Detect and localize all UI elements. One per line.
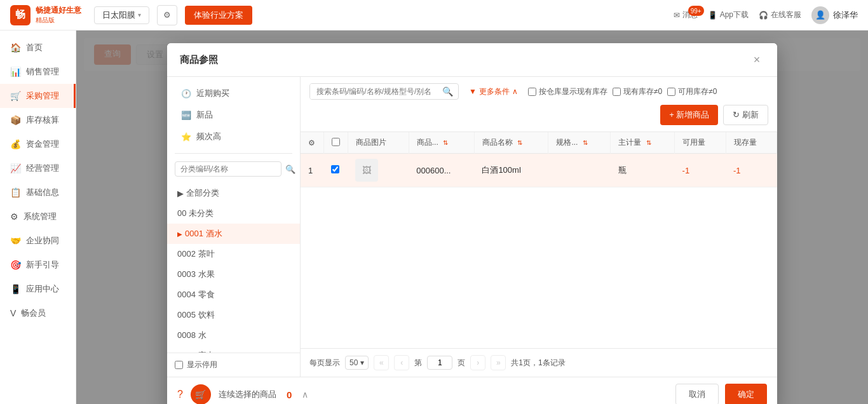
row-stock: -1 [726, 154, 776, 187]
page-total: 共1页，1条记录 [511, 358, 565, 368]
settings-icon[interactable]: ⚙ [157, 5, 177, 25]
new-icon: 🆕 [181, 111, 191, 120]
left-footer: 显示停用 [167, 353, 300, 377]
prev-page-btn[interactable]: ‹ [394, 355, 409, 370]
refresh-button[interactable]: ↻ 刷新 [723, 105, 768, 125]
page-number-input[interactable] [427, 356, 452, 370]
help-icon: ? [177, 389, 183, 400]
sidebar-item-apps[interactable]: 📱 应用中心 [0, 277, 76, 301]
category-search-icon[interactable]: 🔍 [285, 165, 295, 174]
purchase-icon: 🛒 [10, 91, 21, 101]
row-index: 1 [301, 154, 323, 187]
show-disabled-label[interactable]: 显示停用 [187, 360, 217, 370]
help-button[interactable]: ? [177, 389, 183, 400]
home-icon: 🏠 [10, 43, 21, 53]
confirm-button[interactable]: 确定 [725, 384, 767, 404]
th-checkbox [323, 132, 348, 154]
th-code[interactable]: 商品... ⇅ [409, 132, 474, 154]
modal-close-button[interactable]: × [749, 52, 764, 67]
phone-icon: 📱 [708, 11, 717, 20]
modal-footer: ? 🛒 连续选择的商品 0 ∧ 取消 确定 [167, 377, 777, 404]
sidebar-item-collab[interactable]: 🤝 企业协同 [0, 229, 76, 253]
tab-frequent[interactable]: ⭐ 频次高 [175, 126, 292, 147]
filter-button[interactable]: ▼ 更多条件 ∧ [464, 84, 523, 100]
headset-icon: 🎧 [759, 11, 768, 20]
sidebar-item-business[interactable]: 📈 经营管理 [0, 156, 76, 180]
tab-new-products[interactable]: 🆕 新品 [175, 105, 292, 125]
sales-icon: 📊 [10, 67, 21, 77]
th-name[interactable]: 商品名称 ⇅ [474, 132, 548, 154]
sidebar-item-purchase[interactable]: 🛒 采购管理 [0, 84, 76, 108]
stock-nonzero-checkbox[interactable] [613, 88, 621, 96]
checkbox-warehouse[interactable]: 按仓库显示现有库存 [528, 86, 607, 97]
show-disabled-checkbox[interactable] [175, 361, 183, 369]
footer-collapse-icon[interactable]: ∧ [302, 389, 308, 400]
filter-up-icon: ∧ [512, 87, 518, 96]
category-list: ▶ 全部分类 00 未分类 ▶ 0001 酒水 0002 茶 [167, 180, 300, 353]
checkbox-available-nonzero[interactable]: 可用库存≠0 [667, 86, 717, 97]
per-page-select[interactable]: 50 ▾ [345, 356, 369, 370]
product-search-icon[interactable]: 🔍 [437, 86, 458, 97]
sidebar-item-stock[interactable]: 📦 库存核算 [0, 108, 76, 132]
online-service-btn[interactable]: 🎧 在线客服 [759, 10, 801, 20]
apps-icon: 📱 [10, 284, 21, 294]
image-placeholder-icon: 🖼 [362, 165, 371, 175]
username: 徐泽华 [833, 10, 858, 21]
available-nonzero-checkbox[interactable] [667, 88, 675, 96]
last-page-btn[interactable]: » [491, 355, 506, 370]
modal-header: 商品参照 × [167, 43, 777, 77]
footer-actions: 取消 确定 [675, 384, 767, 404]
select-all-checkbox[interactable] [332, 138, 340, 146]
store-selector[interactable]: 日太阳膜 ▾ [94, 6, 149, 24]
per-page-label: 每页显示 [309, 358, 340, 368]
tab-recent-purchase[interactable]: 🕐 近期购买 [175, 83, 292, 104]
sidebar-item-sales[interactable]: 📊 销售管理 [0, 60, 76, 84]
category-0003[interactable]: 0003 水果 [167, 264, 300, 285]
spec-sort-icon: ⇅ [583, 139, 588, 146]
category-search-input[interactable] [175, 161, 281, 177]
app-download-btn[interactable]: 📱 App下载 [708, 10, 749, 20]
product-search-input[interactable] [310, 84, 437, 99]
category-all[interactable]: ▶ 全部分类 [167, 183, 300, 203]
th-settings[interactable]: ⚙ [301, 132, 323, 154]
messages-btn[interactable]: ✉ 消息 99+ [674, 10, 698, 20]
category-0004[interactable]: 0004 零食 [167, 285, 300, 305]
th-unit[interactable]: 主计量 ⇅ [611, 132, 675, 154]
page-label: 第 [414, 358, 422, 368]
th-stock: 现存量 [726, 132, 776, 154]
row-code: 000600... [409, 154, 474, 187]
sidebar-item-finance[interactable]: 💰 资金管理 [0, 132, 76, 156]
sidebar-item-member[interactable]: V 畅会员 [0, 301, 76, 325]
next-page-btn[interactable]: › [470, 355, 485, 370]
add-product-button[interactable]: + 新增商品 [660, 105, 718, 125]
table-row[interactable]: 1 🖼 [301, 154, 777, 187]
warehouse-checkbox[interactable] [528, 88, 536, 96]
selected-label: 连续选择的商品 [219, 389, 276, 400]
left-tabs: 🕐 近期购买 🆕 新品 ⭐ 频次高 [167, 77, 300, 149]
category-0005[interactable]: 0005 饮料 [167, 305, 300, 325]
sidebar-item-basics[interactable]: 📋 基础信息 [0, 180, 76, 205]
sidebar-item-system[interactable]: ⚙ 系统管理 [0, 205, 76, 229]
category-0002[interactable]: 0002 茶叶 [167, 244, 300, 264]
cancel-button[interactable]: 取消 [675, 384, 719, 404]
th-spec[interactable]: 规格... ⇅ [548, 132, 611, 154]
category-search: 🔍 [167, 158, 300, 180]
modal: 商品参照 × 🕐 近期购买 🆕 [167, 43, 777, 404]
avatar: 👤 [811, 6, 829, 24]
member-icon: V [10, 308, 16, 318]
first-page-btn[interactable]: « [374, 355, 389, 370]
user-area[interactable]: 👤 徐泽华 [811, 6, 858, 24]
right-panel: 🔍 ▼ 更多条件 ∧ 按仓库显示现有库存 [301, 77, 777, 377]
category-00[interactable]: 00 未分类 [167, 203, 300, 224]
row-checkbox[interactable] [331, 165, 339, 173]
checkbox-stock-nonzero[interactable]: 现有库存≠0 [613, 86, 662, 97]
cart-button[interactable]: 🛒 [191, 384, 211, 404]
category-0001[interactable]: ▶ 0001 酒水 [167, 224, 300, 244]
category-0008[interactable]: 0008 水 [167, 325, 300, 346]
pagination-bar: 每页显示 50 ▾ « ‹ 第 页 › » 共1页 [301, 348, 777, 377]
trial-button[interactable]: 体验行业方案 [185, 6, 252, 25]
category-0010[interactable]: 0010 家电 [167, 346, 300, 353]
sidebar-item-guide[interactable]: 🎯 新手引导 [0, 253, 76, 277]
sidebar-item-home[interactable]: 🏠 首页 [0, 36, 76, 60]
topnav-right: ✉ 消息 99+ 📱 App下载 🎧 在线客服 👤 徐泽华 [674, 6, 858, 24]
